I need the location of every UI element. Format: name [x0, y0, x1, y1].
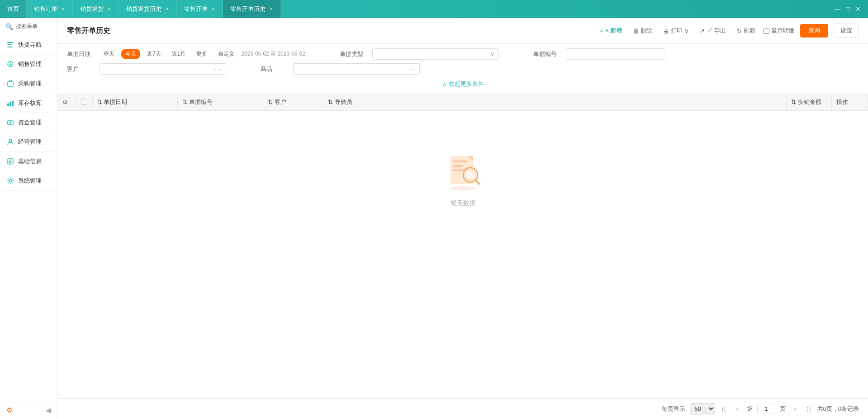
window-controls: — □ ✕: [827, 5, 868, 13]
date-btn-more[interactable]: 更多: [192, 49, 211, 59]
tab-sales-order-close[interactable]: ✕: [61, 6, 65, 12]
date-btn-yesterday[interactable]: 昨天: [100, 49, 119, 59]
sidebar-item-stock[interactable]: 库存核算: [0, 94, 57, 113]
customer-dots[interactable]: ···: [214, 66, 222, 72]
th-gear[interactable]: ⚙: [58, 94, 76, 111]
per-page-select[interactable]: 50 10 20 100: [690, 403, 715, 414]
date-btn-custom[interactable]: 自定义: [214, 49, 238, 59]
page-label: 第: [747, 405, 753, 413]
sidebar-item-nav[interactable]: 快捷导航: [0, 35, 57, 55]
add-button[interactable]: + + 新增: [598, 25, 625, 37]
last-page-button[interactable]: ⟩⟩: [805, 405, 813, 414]
sidebar-item-biz[interactable]: 经营管理: [0, 132, 57, 152]
collapse-sidebar-icon[interactable]: ◀: [46, 406, 51, 414]
th-number[interactable]: ⇅ 单据编号: [178, 94, 263, 111]
th-guide[interactable]: ⇅ 导购员: [323, 94, 396, 111]
tab-sales-return-history[interactable]: 销货退货历史 ✕: [119, 0, 177, 18]
date-shortcuts: 昨天 今天 近7天 近1月 更多 自定义 2023-06-02 至 2023-0…: [100, 49, 305, 59]
print-arrow-icon: ∨: [684, 28, 689, 34]
display-detail-checkbox[interactable]: 显示明细: [764, 27, 795, 35]
customer-select[interactable]: ···: [100, 63, 226, 75]
tab-home-label: 首页: [7, 5, 19, 13]
sidebar-item-stock-label: 库存核算: [18, 99, 42, 107]
date-btn-7days[interactable]: 近7天: [143, 49, 165, 59]
sidebar-item-purchase-label: 采购管理: [18, 80, 42, 88]
first-page-button[interactable]: ⟨⟨: [720, 405, 728, 414]
next-page-button[interactable]: ＞: [790, 404, 800, 414]
th-amount[interactable]: ⇅ 实销金额: [787, 94, 832, 111]
svg-point-10: [9, 180, 12, 182]
tab-sales-return-history-close[interactable]: ✕: [165, 6, 169, 12]
add-icon: +: [600, 28, 604, 34]
page-title: 零售开单历史: [67, 26, 110, 36]
prev-page-button[interactable]: ＜: [732, 404, 742, 414]
delete-button[interactable]: 🗑 删除: [630, 25, 655, 37]
collapse-icon: ∧: [442, 81, 447, 88]
page-input[interactable]: [757, 404, 775, 414]
th-customer[interactable]: ⇅ 客户: [263, 94, 323, 111]
tab-list: 首页 销售订单 ✕ 销货退货 ✕ 销货退货历史 ✕ 零售开单 ✕ 零售开单历史 …: [0, 0, 827, 18]
tab-retail-order-label: 零售开单: [184, 5, 208, 13]
collapse-row[interactable]: ∧ 收起更多条件: [67, 78, 859, 89]
sidebar: 🔍 搜索采单 快捷导航 销售管理 采购管理 库存核算: [0, 18, 58, 419]
th-ops-label: 操作: [836, 99, 848, 105]
query-button[interactable]: 查询: [800, 24, 828, 38]
svg-rect-6: [9, 102, 11, 106]
tab-retail-order[interactable]: 零售开单 ✕: [177, 0, 223, 18]
tab-sales-order-label: 销售订单: [34, 5, 57, 13]
customer-filter-label: 客户: [67, 65, 92, 73]
print-button[interactable]: 🖨 打印 ∨: [660, 25, 692, 37]
maximize-button[interactable]: □: [846, 5, 850, 13]
sidebar-item-info[interactable]: 基础信息: [0, 152, 57, 171]
main-layout: 🔍 搜索采单 快捷导航 销售管理 采购管理 库存核算: [0, 18, 868, 419]
sidebar-item-sales[interactable]: 销售管理: [0, 55, 57, 74]
goods-dots[interactable]: ···: [408, 66, 416, 72]
svg-rect-13: [453, 160, 467, 162]
empty-text: 暂无数据: [451, 199, 476, 207]
sidebar-search-label: 搜索采单: [16, 23, 38, 30]
minimize-button[interactable]: —: [835, 5, 841, 13]
sidebar-item-sys-label: 系统管理: [18, 177, 42, 185]
sidebar-item-sys[interactable]: 系统管理: [0, 171, 57, 191]
tab-sales-order[interactable]: 销售订单 ✕: [27, 0, 73, 18]
number-input[interactable]: [566, 48, 665, 60]
customer-select-value: [104, 66, 105, 72]
th-checkbox[interactable]: [76, 94, 92, 111]
tab-sales-return[interactable]: 销货退货 ✕: [73, 0, 119, 18]
svg-rect-5: [7, 104, 9, 106]
svg-rect-0: [7, 42, 14, 43]
sales-icon: [6, 60, 14, 68]
tab-home[interactable]: 首页: [0, 0, 27, 18]
sidebar-item-nav-label: 快捷导航: [18, 41, 42, 49]
display-detail-label: 显示明细: [771, 27, 795, 35]
date-btn-today[interactable]: 今天: [121, 49, 140, 59]
nav-icon: [6, 41, 14, 49]
tab-retail-order-close[interactable]: ✕: [211, 6, 215, 12]
date-filter-label: 单据日期: [67, 50, 92, 58]
date-btn-1month[interactable]: 近1月: [168, 49, 190, 59]
setting-button[interactable]: 设置: [834, 24, 859, 38]
sidebar-item-purchase[interactable]: 采购管理: [0, 74, 57, 94]
tab-retail-order-history-close[interactable]: ✕: [269, 6, 273, 12]
export-button[interactable]: ↗ ↗ 导出: [697, 25, 729, 37]
sidebar-item-finance[interactable]: 资金管理: [0, 113, 57, 132]
type-select-arrow: ∨: [490, 51, 495, 57]
empty-state: 暂无数据: [58, 111, 868, 235]
svg-rect-14: [453, 165, 463, 167]
close-button[interactable]: ✕: [855, 5, 861, 13]
tab-retail-order-history[interactable]: 零售开单历史 ✕: [223, 0, 281, 18]
th-date[interactable]: ⇅ 单据日期: [92, 94, 178, 111]
top-bar: 首页 销售订单 ✕ 销货退货 ✕ 销货退货历史 ✕ 零售开单 ✕ 零售开单历史 …: [0, 0, 868, 18]
svg-point-11: [451, 186, 476, 191]
page-title-row: 零售开单历史 + + 新增 🗑 删除 🖨 打印 ∨: [67, 24, 859, 38]
goods-select[interactable]: ···: [293, 63, 420, 75]
sidebar-search[interactable]: 🔍 搜索采单: [0, 18, 57, 35]
settings-icon[interactable]: ⚙: [6, 406, 13, 414]
tab-sales-return-close[interactable]: ✕: [107, 6, 111, 12]
th-amount-label: ⇅ 实销金额: [791, 99, 821, 105]
page-header: 零售开单历史 + + 新增 🗑 删除 🖨 打印 ∨: [58, 18, 868, 44]
display-detail-input[interactable]: [764, 28, 769, 34]
tab-sales-return-label: 销货退货: [80, 5, 104, 13]
refresh-button[interactable]: ↻ 刷新: [734, 25, 758, 37]
type-select[interactable]: ∨: [372, 48, 499, 60]
